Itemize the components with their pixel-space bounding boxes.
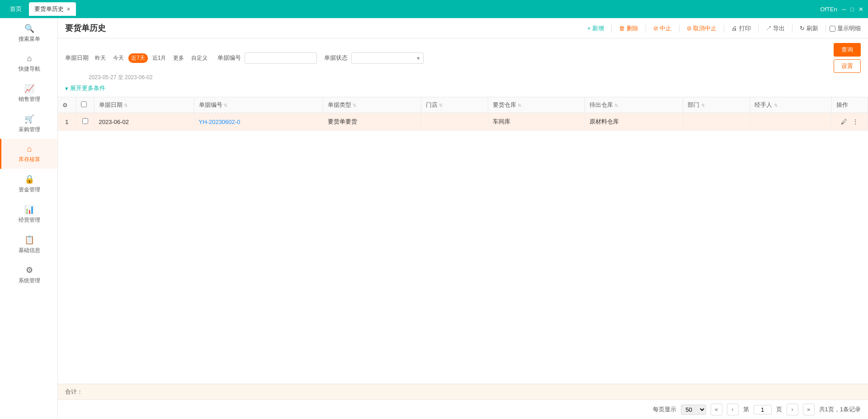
- doc-date-label: 单据日期: [65, 54, 89, 62]
- delete-button[interactable]: 🗑 删除: [615, 23, 642, 34]
- shortcut-7days[interactable]: 近7天: [128, 53, 148, 63]
- data-table: ⚙ 单据日期 ⇅ 单据编号 ⇅ 单据类型 ⇅ 门店 ⇅ 要货仓库 ⇅ 待出仓库 …: [58, 97, 868, 131]
- shortcut-more[interactable]: 更多: [170, 53, 187, 63]
- refresh-button[interactable]: ↻ 刷新: [796, 23, 822, 34]
- sort-icon-pending-warehouse: ⇅: [614, 103, 618, 108]
- sidebar-item-ops-mgmt[interactable]: 📊 经营管理: [0, 199, 57, 229]
- top-bar: 首页 要货单历史 ✕ OfTEn ─ □ ✕: [0, 0, 868, 18]
- expand-chevron-icon: ▾: [65, 85, 68, 92]
- search-menu-icon: 🔍: [24, 24, 34, 33]
- expand-row: ▾ 展开更多条件: [65, 84, 861, 92]
- th-handler[interactable]: 经手人 ⇅: [750, 97, 831, 113]
- row-pending-warehouse: 原材料仓库: [585, 113, 683, 131]
- close-window-icon[interactable]: ✕: [859, 6, 863, 13]
- minimize-icon[interactable]: ─: [842, 6, 846, 13]
- sort-icon-doc-no: ⇅: [224, 103, 227, 108]
- sys-icon: ⚙: [26, 265, 33, 275]
- filter-group-docstatus: 单据状态: [324, 52, 424, 64]
- row-doc-date: 2023-06-02: [94, 113, 194, 131]
- page-label: 页: [776, 405, 782, 414]
- purchase-icon: 🛒: [24, 114, 34, 124]
- tab-home[interactable]: 首页: [5, 2, 27, 16]
- shortcut-1month[interactable]: 近1月: [150, 53, 169, 63]
- show-detail-label: 显示明细: [837, 24, 861, 33]
- doc-no-link[interactable]: YH-20230602-0: [199, 119, 241, 125]
- show-detail-checkbox-label[interactable]: 显示明细: [830, 24, 861, 33]
- sidebar-item-purchase-mgmt[interactable]: 🛒 采购管理: [0, 109, 57, 139]
- th-doc-no-label: 单据编号: [199, 101, 222, 108]
- sort-icon-doc-date: ⇅: [124, 103, 127, 108]
- page-header: 要货单历史 + 新增 🗑 删除 ⊘ 中止 ⊘ 取消中止 🖨 打印 ↗ 导出 ↻ …: [58, 18, 868, 38]
- prev-page-button[interactable]: ‹: [727, 404, 739, 415]
- doc-status-select[interactable]: [351, 52, 424, 64]
- expand-conditions-button[interactable]: ▾ 展开更多条件: [65, 84, 861, 92]
- maximize-icon[interactable]: □: [850, 6, 854, 13]
- doc-no-input[interactable]: [245, 52, 317, 64]
- th-store-label: 门店: [426, 101, 438, 108]
- th-department-label: 部门: [688, 101, 699, 108]
- th-req-warehouse[interactable]: 要货仓库 ⇅: [488, 97, 585, 113]
- shortcut-yesterday[interactable]: 昨天: [92, 53, 108, 63]
- show-detail-checkbox[interactable]: [830, 26, 835, 32]
- doc-status-select-wrapper: [351, 52, 424, 64]
- th-settings[interactable]: ⚙: [58, 97, 76, 113]
- th-doc-no[interactable]: 单据编号 ⇅: [194, 97, 323, 113]
- th-doc-date[interactable]: 单据日期 ⇅: [94, 97, 194, 113]
- tab-close-icon[interactable]: ✕: [66, 6, 71, 12]
- sidebar-item-fund-mgmt[interactable]: 🔒 资金管理: [0, 169, 57, 199]
- divider-7: [826, 25, 826, 32]
- row-store: [421, 113, 488, 131]
- divider-4: [724, 25, 724, 32]
- header-row: ⚙ 单据日期 ⇅ 单据编号 ⇅ 单据类型 ⇅ 门店 ⇅ 要货仓库 ⇅ 待出仓库 …: [58, 97, 868, 113]
- query-button[interactable]: 查询: [834, 43, 861, 57]
- shortcut-today[interactable]: 今天: [110, 53, 127, 63]
- sidebar-item-sales-mgmt[interactable]: 📈 销售管理: [0, 78, 57, 109]
- th-store[interactable]: 门店 ⇅: [421, 97, 488, 113]
- filter-row-1: 单据日期 昨天 今天 近7天 近1月 更多 自定义 单据编号: [65, 43, 861, 73]
- table-row[interactable]: 1 2023-06-02 YH-20230602-0 要货单要货 车间库 原材料…: [58, 113, 868, 131]
- doc-no-label: 单据编号: [217, 54, 241, 62]
- th-pending-warehouse[interactable]: 待出仓库 ⇅: [585, 97, 683, 113]
- first-page-button[interactable]: «: [711, 404, 722, 415]
- row-operations: 🖊 ⋮: [832, 113, 868, 131]
- add-button[interactable]: + 新增: [584, 23, 608, 34]
- next-page-button[interactable]: ›: [787, 404, 798, 415]
- th-department[interactable]: 部门 ⇅: [683, 97, 750, 113]
- divider-3: [679, 25, 679, 32]
- tab-requisition-history-label: 要货单历史: [34, 5, 64, 13]
- page-number-input[interactable]: [754, 405, 772, 414]
- date-shortcuts: 昨天 今天 近7天 近1月 更多 自定义: [92, 53, 210, 63]
- content-area: 要货单历史 + 新增 🗑 删除 ⊘ 中止 ⊘ 取消中止 🖨 打印 ↗ 导出 ↻ …: [58, 18, 868, 419]
- filter-area: 单据日期 昨天 今天 近7天 近1月 更多 自定义 单据编号: [58, 38, 868, 97]
- th-doc-type-label: 单据类型: [328, 101, 351, 108]
- sidebar-item-search-menu[interactable]: 🔍 搜索菜单: [0, 18, 57, 48]
- row-edit-icon[interactable]: 🖊: [839, 117, 849, 127]
- tab-requisition-history[interactable]: 要货单历史 ✕: [29, 2, 76, 16]
- last-page-button[interactable]: »: [803, 404, 815, 415]
- sidebar-item-quick-nav[interactable]: ⌂ 快捷导航: [0, 48, 57, 78]
- stop-button[interactable]: ⊘ 中止: [650, 23, 675, 34]
- export-button[interactable]: ↗ 导出: [762, 23, 789, 34]
- sidebar-item-inventory-calc[interactable]: ⌂ 库存核算: [0, 139, 57, 169]
- row-checkbox[interactable]: [82, 118, 88, 124]
- print-button[interactable]: 🖨 打印: [728, 23, 755, 34]
- header-actions-bar: + 新增 🗑 删除 ⊘ 中止 ⊘ 取消中止 🖨 打印 ↗ 导出 ↻ 刷新: [584, 23, 861, 38]
- pagination-area: 每页显示 10 20 50 100 « ‹ 第 页 › » 共1页，1条记录: [58, 400, 868, 419]
- sidebar-item-label: 资金管理: [19, 186, 40, 194]
- shortcut-custom[interactable]: 自定义: [189, 53, 210, 63]
- select-all-checkbox[interactable]: [81, 101, 87, 107]
- date-range-display: 2023-05-27 至 2023-06-02: [89, 74, 861, 81]
- row-req-warehouse: 车间库: [488, 113, 585, 131]
- doc-status-label: 单据状态: [324, 54, 348, 62]
- th-pending-warehouse-label: 待出仓库: [590, 101, 613, 108]
- th-operations: 操作: [832, 97, 868, 113]
- th-req-warehouse-label: 要货仓库: [493, 101, 516, 108]
- page-size-select[interactable]: 10 20 50 100: [681, 405, 706, 415]
- row-more-icon[interactable]: ⋮: [850, 117, 860, 127]
- setting-button[interactable]: 设置: [834, 59, 861, 73]
- cancel-stop-button[interactable]: ⊘ 取消中止: [683, 23, 721, 34]
- sidebar-item-sys-mgmt[interactable]: ⚙ 系统管理: [0, 260, 57, 290]
- th-doc-type[interactable]: 单据类型 ⇅: [323, 97, 421, 113]
- divider-1: [611, 25, 612, 32]
- sidebar-item-basic-info[interactable]: 📋 基础信息: [0, 229, 57, 260]
